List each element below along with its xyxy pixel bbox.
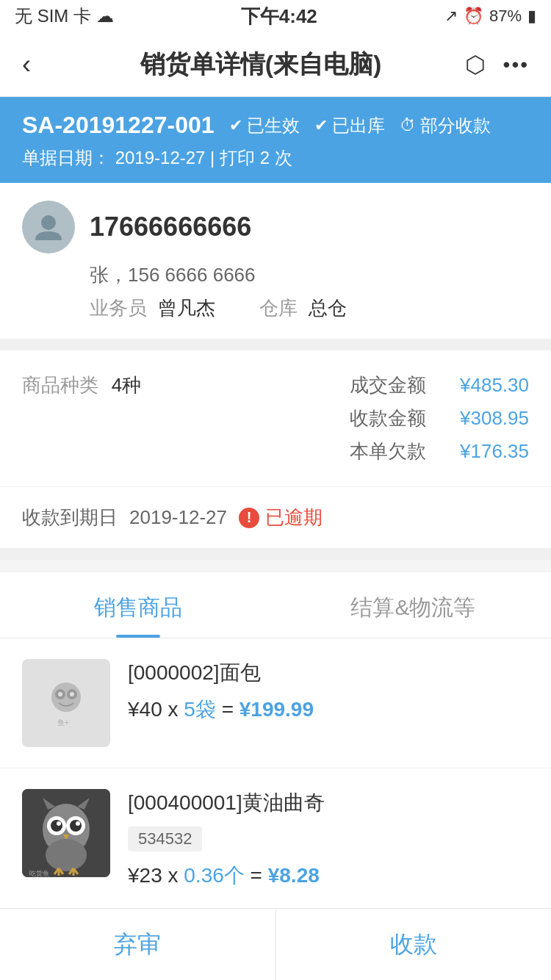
product-image-1: 鱼+	[37, 674, 96, 732]
more-button[interactable]: •••	[503, 53, 529, 76]
due-label: 收款到期日	[22, 505, 118, 530]
product-image-2: 吃货鱼	[22, 789, 110, 877]
product-price-2: ¥23 x 0.36个 = ¥8.28	[128, 862, 529, 890]
clock-icon: ⏱	[400, 116, 416, 135]
svg-point-4	[58, 692, 62, 696]
svg-point-14	[70, 820, 82, 832]
customer-name: 张，156 6666 6666	[22, 262, 529, 288]
amount-row: 成交金额 ¥485.30	[350, 372, 529, 398]
alarm-icon: ⏰	[464, 7, 483, 26]
salesman-value: 曾凡杰	[158, 297, 215, 319]
nav-actions: ⬡ •••	[455, 51, 529, 79]
amount-label: 成交金额	[350, 372, 426, 398]
tab-settlement[interactable]: 结算&物流等	[276, 572, 551, 638]
price-base-1: ¥40	[128, 698, 162, 721]
product-info-1: [0000002]面包 ¥40 x 5袋 = ¥199.99	[128, 659, 529, 724]
price-total-1: ¥199.99	[240, 698, 314, 721]
type-value: 4种	[112, 374, 141, 396]
product-name-2: [000400001]黄油曲奇	[128, 789, 529, 817]
status-time: 下午4:42	[241, 4, 317, 29]
status-left: 无 SIM 卡 ☁	[15, 4, 114, 28]
order-date: 2019-12-27	[115, 148, 206, 167]
svg-point-18	[46, 839, 87, 871]
stats-right: 成交金额 ¥485.30 收款金额 ¥308.95 本单欠款 ¥176.35	[350, 372, 529, 464]
salesman-label: 业务员	[90, 297, 147, 319]
back-button[interactable]: ‹	[22, 49, 66, 80]
price-total-2: ¥8.28	[268, 864, 320, 887]
price-base-2: ¥23	[128, 864, 162, 887]
order-header-band: SA-20191227-001 ✔ 已生效 ✔ 已出库 ⏱ 部分收款 单据日期：…	[0, 97, 551, 183]
price-qty-2: 0.36个	[184, 864, 245, 887]
divider-1	[0, 339, 551, 350]
product-list: 鱼+ [0000002]面包 ¥40 x 5袋 = ¥199.99	[0, 638, 551, 911]
sim-status: 无 SIM 卡 ☁	[15, 4, 114, 28]
type-label: 商品种类	[22, 374, 98, 396]
collect-payment-button[interactable]: 收款	[276, 909, 552, 980]
print-info: 打印 2 次	[220, 148, 292, 167]
received-label: 收款金额	[350, 406, 426, 431]
status-badge-shipped: ✔ 已出库	[314, 114, 385, 137]
owed-row: 本单欠款 ¥176.35	[350, 439, 529, 464]
product-types: 商品种类 4种	[22, 372, 141, 398]
share-button[interactable]: ⬡	[465, 51, 486, 79]
received-row: 收款金额 ¥308.95	[350, 406, 529, 431]
location-icon: ↗	[444, 7, 458, 26]
status-right: ↗ ⏰ 87% ▮	[444, 7, 536, 26]
received-value: ¥308.95	[441, 407, 529, 430]
amount-value: ¥485.30	[441, 374, 529, 397]
order-id: SA-20191227-001	[22, 112, 215, 139]
due-section: 收款到期日 2019-12-27 ! 已逾期	[0, 486, 551, 548]
owed-value: ¥176.35	[441, 440, 529, 463]
stats-section: 商品种类 4种 成交金额 ¥485.30 收款金额 ¥308.95 本单欠款 ¥…	[0, 350, 551, 486]
status-bar: 无 SIM 卡 ☁ 下午4:42 ↗ ⏰ 87% ▮	[0, 0, 551, 32]
svg-point-15	[57, 821, 61, 826]
due-date: 2019-12-27	[129, 506, 227, 529]
bottom-bar: 弃审 收款	[0, 908, 551, 980]
overdue-icon: !	[239, 508, 259, 528]
overdue-text: 已逾期	[265, 505, 323, 530]
divider-2	[0, 548, 551, 560]
product-thumb-1: 鱼+	[22, 659, 110, 747]
customer-section: 17666666666 张，156 6666 6666 业务员 曾凡杰 仓库 总…	[0, 183, 551, 339]
svg-text:吃货鱼: 吃货鱼	[29, 870, 49, 877]
battery: 87%	[489, 7, 522, 26]
tab-sales-products[interactable]: 销售商品	[0, 572, 276, 638]
warehouse-info: 仓库 总仓	[259, 295, 347, 321]
page-title: 销货单详情(来自电脑)	[66, 48, 455, 82]
table-row: 鱼+ [0000002]面包 ¥40 x 5袋 = ¥199.99	[0, 638, 551, 768]
product-tag-2: 534532	[128, 826, 202, 851]
tabs-section: 销售商品 结算&物流等	[0, 572, 551, 638]
svg-point-0	[41, 215, 56, 230]
check-icon-1: ✔	[229, 116, 242, 135]
avatar	[22, 201, 75, 253]
product-thumb-2: 吃货鱼	[22, 789, 110, 877]
svg-point-5	[70, 692, 74, 696]
svg-point-16	[76, 821, 80, 826]
nav-bar: ‹ 销货单详情(来自电脑) ⬡ •••	[0, 32, 551, 97]
product-price-1: ¥40 x 5袋 = ¥199.99	[128, 696, 529, 724]
status-badge-partial: ⏱ 部分收款	[400, 114, 491, 137]
overdue-badge: ! 已逾期	[239, 505, 323, 530]
user-icon	[32, 211, 65, 243]
warehouse-value: 总仓	[309, 297, 347, 319]
tabs-row: 销售商品 结算&物流等	[0, 572, 551, 638]
svg-point-1	[51, 682, 81, 712]
order-date-info: 单据日期： 2019-12-27 | 打印 2 次	[22, 146, 529, 170]
svg-text:鱼+: 鱼+	[57, 718, 69, 727]
cancel-audit-button[interactable]: 弃审	[0, 909, 276, 980]
status-badge-effective: ✔ 已生效	[229, 114, 300, 137]
battery-icon: ▮	[527, 7, 536, 26]
customer-meta: 业务员 曾凡杰 仓库 总仓	[22, 295, 529, 321]
customer-phone: 17666666666	[90, 212, 251, 242]
price-qty-1: 5袋	[184, 698, 216, 721]
svg-point-13	[51, 820, 62, 832]
warehouse-label: 仓库	[259, 297, 298, 319]
owed-label: 本单欠款	[350, 439, 426, 464]
salesman-info: 业务员 曾凡杰	[90, 295, 215, 321]
product-info-2: [000400001]黄油曲奇 534532 ¥23 x 0.36个 = ¥8.…	[128, 789, 529, 890]
table-row: 吃货鱼 [000400001]黄油曲奇 534532 ¥23 x 0.36个 =…	[0, 768, 551, 911]
stats-left: 商品种类 4种	[22, 372, 141, 398]
check-icon-2: ✔	[314, 116, 328, 135]
product-name-1: [0000002]面包	[128, 659, 529, 687]
